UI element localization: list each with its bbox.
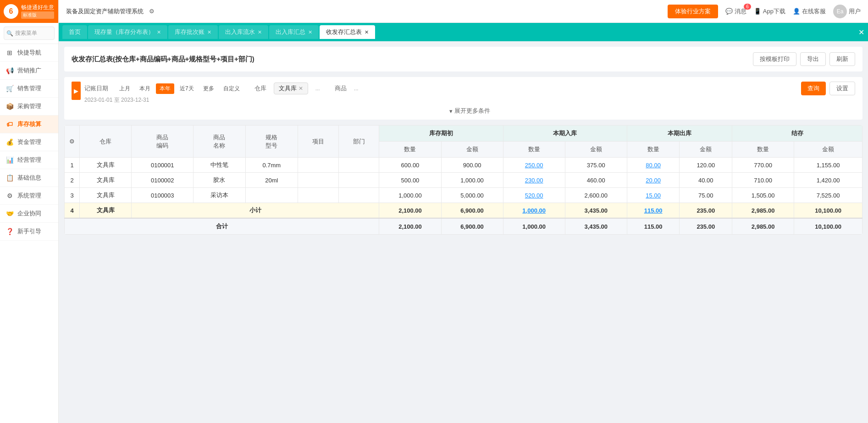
tab-home[interactable]: 首页 — [62, 25, 87, 39]
sidebar-item-marketing[interactable]: 📢营销推广 — [0, 62, 58, 80]
tab-label-in-out-summary: 出入库汇总 — [276, 28, 305, 36]
table-row: 1 文具库 0100001 中性笔 0.7mm 600.00 900.00 25… — [65, 158, 862, 173]
warehouse-tag[interactable]: 文具库 ✕ — [274, 82, 308, 94]
nav-label-guide: 新手引导 — [17, 227, 41, 236]
row-dept — [338, 173, 379, 188]
row-out-qty[interactable]: 15.00 — [627, 188, 680, 203]
online-service-action[interactable]: 👤 在线客服 — [793, 7, 826, 16]
row-out-amt: 120.00 — [680, 158, 732, 173]
expand-down-icon: ▾ — [449, 108, 453, 115]
table-row: 3 文具库 0100003 采访本 1,000.00 5,000.00 520.… — [65, 188, 862, 203]
sidebar-item-quick-nav[interactable]: ⊞快捷导航 — [0, 44, 58, 62]
row-in-qty[interactable]: 250.00 — [503, 158, 565, 173]
sidebar-logo: 6 畅捷通好生意 标准版 — [0, 0, 58, 23]
row-bal-amt: 7,525.00 — [794, 188, 862, 203]
sidebar-item-sales[interactable]: 🛒销售管理 — [0, 80, 58, 98]
total-out-qty: 115.00 — [627, 218, 680, 235]
row-in-qty[interactable]: 230.00 — [503, 173, 565, 188]
tab-close-receive-send-summary[interactable]: ✕ — [365, 29, 369, 35]
tab-close-in-out-flow[interactable]: ✕ — [258, 29, 262, 35]
col-open-amt: 金额 — [441, 142, 503, 158]
tab-in-out-flow[interactable]: 出入库流水✕ — [219, 25, 268, 39]
nav-label-enterprise: 企业协同 — [17, 209, 41, 218]
row-name: 中性笔 — [194, 158, 245, 173]
col-in-amt: 金额 — [565, 142, 627, 158]
row-open-qty: 1,000.00 — [379, 188, 441, 203]
tab-inventory-dist[interactable]: 现存量（库存分布表）✕ — [88, 25, 167, 39]
sidebar-item-operations[interactable]: 📊经营管理 — [0, 151, 58, 169]
user-action[interactable]: Ea 用户 — [833, 5, 861, 18]
col-code: 商品编码 — [132, 126, 194, 158]
warehouse-remove-icon[interactable]: ✕ — [299, 85, 303, 92]
app-download-action[interactable]: 📱 App下载 — [754, 7, 785, 16]
tab-close-inventory-dist[interactable]: ✕ — [157, 29, 161, 35]
template-print-button[interactable]: 按模板打印 — [753, 52, 796, 66]
sidebar-item-purchase[interactable]: 📦采购管理 — [0, 98, 58, 115]
close-all-tabs-icon[interactable]: ✕ — [858, 28, 864, 37]
message-icon: 💬 — [725, 8, 733, 15]
date-btn-近7天[interactable]: 近7天 — [176, 83, 198, 94]
refresh-button[interactable]: 刷新 — [829, 52, 855, 66]
row-bal-qty: 770.00 — [732, 158, 794, 173]
message-action[interactable]: 💬 消息 6 — [725, 7, 746, 16]
sidebar-item-enterprise[interactable]: 🤝企业协同 — [0, 205, 58, 223]
settings-button[interactable]: 设置 — [829, 82, 855, 95]
sidebar-item-inventory[interactable]: 🏷库存核算 — [0, 115, 58, 133]
col-out: 本期出库 — [627, 126, 732, 142]
date-range: 2023-01-01 至 2023-12-31 — [84, 96, 855, 104]
date-btn-自定义[interactable]: 自定义 — [220, 83, 243, 94]
query-button[interactable]: 查询 — [801, 82, 826, 95]
row-open-amt: 5,000.00 — [441, 188, 503, 203]
row-in-qty[interactable]: 520.00 — [503, 188, 565, 203]
warehouse-more[interactable]: ... — [315, 85, 320, 92]
row-out-qty[interactable]: 80.00 — [627, 158, 680, 173]
nav-icon-operations: 📊 — [6, 156, 14, 164]
search-menu-button[interactable]: 🔍 搜索菜单 — [4, 27, 55, 40]
date-btn-上月[interactable]: 上月 — [116, 83, 134, 94]
row-in-amt: 2,600.00 — [565, 188, 627, 203]
sidebar-item-finance[interactable]: 💰资金管理 — [0, 133, 58, 151]
tab-receive-send-summary[interactable]: 收发存汇总表✕ — [320, 25, 375, 39]
try-button[interactable]: 体验行业方案 — [668, 5, 718, 18]
col-out-qty: 数量 — [627, 142, 680, 158]
sidebar-item-system[interactable]: ⚙系统管理 — [0, 187, 58, 205]
total-in-amt: 3,435.00 — [565, 218, 627, 235]
col-name: 商品名称 — [194, 126, 245, 158]
date-btn-本年[interactable]: 本年 — [156, 83, 174, 94]
row-out-qty[interactable]: 20.00 — [627, 173, 680, 188]
row-open-qty: 500.00 — [379, 173, 441, 188]
row-index: 3 — [65, 188, 80, 203]
tab-in-out-summary[interactable]: 出入库汇总✕ — [269, 25, 319, 39]
nav-icon-finance: 💰 — [6, 138, 14, 146]
tab-close-in-out-summary[interactable]: ✕ — [308, 29, 312, 35]
date-btn-更多[interactable]: 更多 — [199, 83, 218, 94]
tab-label-inventory-dist: 现存量（库存分布表） — [94, 28, 154, 36]
message-badge: 6 — [744, 4, 751, 10]
tab-close-batch[interactable]: ✕ — [207, 29, 211, 35]
settings-icon[interactable]: ⚙ — [149, 8, 155, 15]
data-table: ⚙ 仓库 商品编码 商品名称 规格型号 项目 部门 库存期初 本期入库 本期出库… — [64, 125, 862, 235]
nav-icon-purchase: 📦 — [6, 103, 14, 110]
date-btn-本月[interactable]: 本月 — [136, 83, 154, 94]
sidebar-item-basic[interactable]: 📋基础信息 — [0, 169, 58, 187]
nav-label-operations: 经营管理 — [17, 156, 41, 164]
expand-arrow[interactable]: ▶ — [72, 82, 81, 100]
table-row: 2 文具库 0100002 胶水 20ml 500.00 1,000.00 23… — [65, 173, 862, 188]
export-button[interactable]: 导出 — [800, 52, 826, 66]
nav-label-sales: 销售管理 — [17, 84, 41, 93]
row-name: 胶水 — [194, 173, 245, 188]
goods-more[interactable]: ... — [354, 85, 359, 92]
sidebar-item-guide[interactable]: ❓新手引导 — [0, 223, 58, 241]
row-warehouse: 文具库 — [80, 188, 132, 203]
expand-conditions-btn[interactable]: ▾ 展开更多条件 — [84, 107, 855, 115]
nav-label-inventory: 库存核算 — [17, 120, 41, 128]
row-open-amt: 1,000.00 — [441, 173, 503, 188]
tab-batch[interactable]: 库存批次账✕ — [168, 25, 218, 39]
nav-icon-sales: 🛒 — [6, 85, 14, 92]
nav-label-finance: 资金管理 — [17, 138, 41, 146]
row-project — [298, 188, 339, 203]
row-project — [298, 173, 339, 188]
search-area: 🔍 搜索菜单 — [0, 23, 58, 44]
nav-icon-basic: 📋 — [6, 174, 14, 181]
tab-label-batch: 库存批次账 — [175, 28, 205, 36]
